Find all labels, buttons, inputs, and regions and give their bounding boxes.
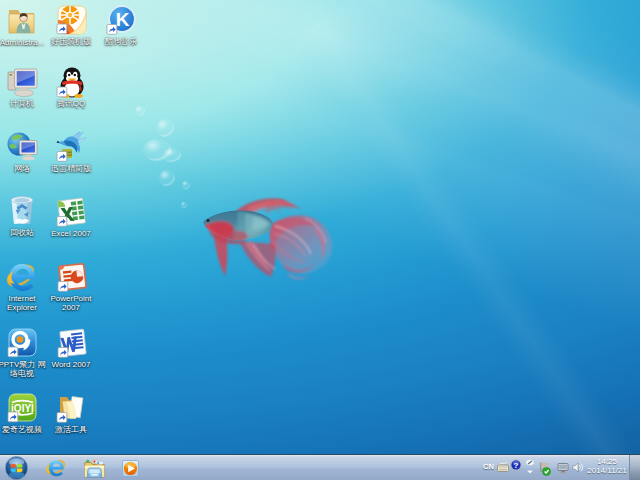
svg-text:K: K — [115, 9, 129, 30]
svg-text:?: ? — [514, 461, 519, 470]
